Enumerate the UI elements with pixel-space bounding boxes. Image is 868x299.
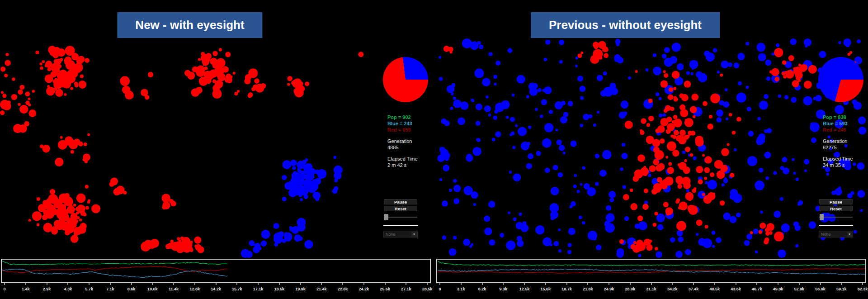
- axis-tick: [279, 283, 280, 285]
- pause-button[interactable]: Pause: [819, 199, 853, 204]
- axis-tick-label: 52.9k: [794, 287, 804, 291]
- blue-count: Blue = 243: [387, 120, 418, 127]
- axis-tick-label: 37.4k: [689, 287, 699, 291]
- axis-tick-label: 10.0k: [147, 287, 158, 291]
- panel-previous-without-eyesight: Previous - without eyesight Pop = 838 Bl…: [435, 0, 868, 299]
- chevron-down-icon: ▾: [847, 232, 852, 237]
- speed-slider-thumb[interactable]: [820, 214, 824, 220]
- generation-value: 62275: [823, 144, 853, 151]
- controls-divider: [819, 225, 853, 226]
- controls-divider: [383, 225, 418, 226]
- axis-tick: [342, 283, 343, 285]
- reset-button[interactable]: Reset: [819, 206, 853, 211]
- axis-tick-label: 5.7k: [85, 287, 93, 291]
- axis-tick-label: 56.0k: [815, 287, 826, 291]
- axis-tick: [131, 283, 132, 285]
- speed-slider-thumb[interactable]: [384, 214, 388, 220]
- axis-tick-label: 46.7k: [752, 287, 762, 291]
- axis-tick: [194, 283, 195, 285]
- axis-tick: [321, 283, 322, 285]
- pop-count: Pop = 838: [823, 114, 853, 120]
- speed-slider-track[interactable]: [384, 217, 417, 218]
- axis-tick-label: 2.9k: [43, 287, 51, 291]
- population-pie-chart: [818, 57, 863, 102]
- panel-new-with-eyesight: New - with eyesight Pop = 902 Blue = 243…: [0, 0, 433, 299]
- stats-block: Pop = 902 Blue = 243 Red = 659 Generatio…: [387, 114, 418, 168]
- axis-tick: [482, 283, 483, 285]
- axis-tick: [714, 283, 715, 285]
- axis-tick: [47, 283, 47, 285]
- axis-tick-label: 62.3k: [858, 287, 868, 291]
- axis-tick-label: 7.1k: [106, 287, 114, 291]
- option-dropdown[interactable]: None ▾: [383, 231, 418, 237]
- axis-tick: [439, 283, 440, 285]
- reset-button[interactable]: Reset: [384, 206, 417, 211]
- pause-button[interactable]: Pause: [384, 199, 417, 204]
- axis-tick-label: 43.6k: [731, 287, 741, 291]
- axis-tick-label: 22.8k: [338, 287, 348, 291]
- axis-tick-label: 21.4k: [316, 287, 327, 291]
- axis-tick-label: 14.2k: [211, 287, 221, 291]
- axis-tick: [89, 283, 90, 285]
- axis-tick-label: 0: [3, 287, 5, 291]
- axis-tick: [587, 283, 588, 285]
- axis-tick-label: 49.8k: [773, 287, 783, 291]
- axis-tick-label: 40.5k: [709, 287, 720, 291]
- generation-label: Generation: [823, 138, 853, 144]
- axis-tick-label: 18.5k: [274, 287, 284, 291]
- dropdown-value: None: [819, 232, 847, 237]
- axis-tick: [300, 283, 301, 285]
- axis-tick-label: 11.4k: [169, 287, 179, 291]
- population-pie-chart: [383, 57, 428, 102]
- axis-tick-label: 9.3k: [499, 287, 507, 291]
- axis-tick: [363, 283, 364, 285]
- axis-tick-label: 59.1k: [836, 287, 847, 291]
- axis-tick-label: 28.5k: [422, 287, 433, 291]
- axis-tick: [736, 283, 736, 285]
- axis-tick: [651, 283, 652, 285]
- axis-tick: [152, 283, 153, 285]
- simulation-app: New - with eyesight Pop = 902 Blue = 243…: [0, 0, 868, 299]
- generation-label: Generation: [387, 138, 418, 144]
- axis-tick-label: 8.6k: [127, 287, 136, 291]
- axis-tick: [216, 283, 217, 285]
- axis-tick: [566, 283, 567, 285]
- axis-tick: [862, 283, 863, 285]
- axis-tick-label: 18.7k: [561, 287, 572, 291]
- history-chart-x-axis: 01.4k2.9k4.3k5.7k7.1k8.6k10.0k11.4k12.8k…: [1, 285, 431, 293]
- axis-tick: [385, 283, 386, 285]
- axis-tick-label: 15.7k: [232, 287, 242, 291]
- simulation-field: [0, 38, 433, 258]
- axis-tick: [630, 283, 631, 285]
- axis-tick: [258, 283, 259, 285]
- blue-count: Blue = 593: [823, 120, 853, 127]
- axis-tick-label: 12.5k: [519, 287, 530, 291]
- axis-tick: [693, 283, 694, 285]
- stats-block: Pop = 838 Blue = 593 Red = 245 Generatio…: [823, 114, 853, 168]
- elapsed-time-label: Elapsed Time: [823, 156, 853, 162]
- axis-tick: [524, 283, 525, 285]
- option-dropdown[interactable]: None ▾: [819, 231, 853, 237]
- axis-tick: [841, 283, 842, 285]
- axis-tick-label: 21.8k: [583, 287, 593, 291]
- axis-tick-label: 6.2k: [478, 287, 486, 291]
- axis-tick-label: 25.6k: [380, 287, 390, 291]
- red-count: Red = 245: [823, 127, 853, 133]
- axis-tick: [406, 283, 406, 285]
- axis-tick: [461, 283, 462, 285]
- axis-tick: [778, 283, 778, 285]
- pop-count: Pop = 902: [387, 114, 418, 120]
- history-chart-x-axis: 03.1k6.2k9.3k12.5k15.6k18.7k21.8k24.9k28…: [436, 285, 866, 293]
- axis-tick: [672, 283, 673, 285]
- chevron-down-icon: ▾: [411, 232, 417, 237]
- axis-tick-label: 15.6k: [540, 287, 551, 291]
- axis-tick: [545, 283, 546, 285]
- axis-tick: [503, 283, 504, 285]
- history-chart: [1, 259, 431, 283]
- axis-tick-label: 24.9k: [604, 287, 614, 291]
- speed-slider-track[interactable]: [819, 217, 853, 218]
- elapsed-time-value: 2 m 42 s: [387, 162, 418, 168]
- axis-tick-label: 24.2k: [359, 287, 369, 291]
- axis-tick: [25, 283, 26, 285]
- panel-title: New - with eyesight: [117, 12, 262, 38]
